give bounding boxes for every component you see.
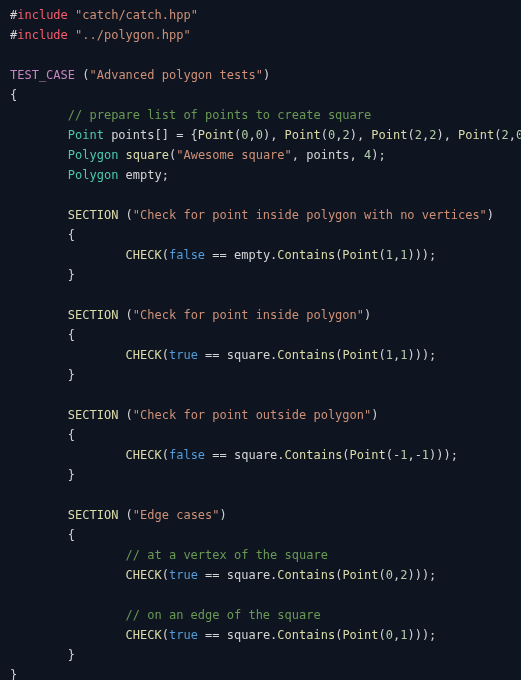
number: 0 (386, 628, 393, 642)
include-path: "catch/catch.hpp" (68, 8, 198, 22)
punct: ); (371, 148, 385, 162)
brace-close: } (10, 668, 17, 680)
punct: ))); (407, 628, 436, 642)
brace-open: { (10, 428, 75, 442)
method-contains: Contains (277, 248, 335, 262)
code-text: empty; (118, 168, 169, 182)
punct: ( (118, 208, 132, 222)
punct: ( (162, 248, 169, 262)
code-text: == square. (198, 568, 277, 582)
indent (10, 628, 126, 642)
punct: , points, (292, 148, 364, 162)
punct: ), (350, 128, 372, 142)
code-text: == empty. (205, 248, 277, 262)
code-text: == square. (198, 348, 277, 362)
include-keyword: include (17, 8, 68, 22)
number: 0 (256, 128, 263, 142)
testcase-macro: TEST_CASE (10, 68, 75, 82)
punct: ) (263, 68, 270, 82)
punct: ( (118, 508, 132, 522)
space (118, 148, 125, 162)
indent (10, 408, 68, 422)
check-macro: CHECK (126, 448, 162, 462)
check-macro: CHECK (126, 568, 162, 582)
punct: ( (162, 568, 169, 582)
type-point: Point (68, 128, 104, 142)
punct: ), (436, 128, 458, 142)
punct: ( (342, 448, 349, 462)
number: 1 (386, 348, 393, 362)
ctor-point: Point (342, 628, 378, 642)
punct: ( (118, 308, 132, 322)
punct: ( (379, 348, 386, 362)
punct: ), (263, 128, 285, 142)
ctor-point: Point (198, 128, 234, 142)
type-polygon: Polygon (68, 148, 119, 162)
punct: , (248, 128, 255, 142)
section-macro: SECTION (68, 308, 119, 322)
punct: (- (386, 448, 400, 462)
punct: ) (220, 508, 227, 522)
code-text: == square. (205, 448, 284, 462)
number: 1 (386, 248, 393, 262)
indent (10, 128, 68, 142)
punct: ( (118, 408, 132, 422)
punct: ( (378, 248, 385, 262)
check-macro: CHECK (126, 348, 162, 362)
indent (10, 148, 68, 162)
punct: ( (407, 128, 414, 142)
punct: ))); (407, 568, 436, 582)
brace-close: } (10, 468, 75, 482)
indent (10, 308, 68, 322)
punct: ( (321, 128, 328, 142)
type-polygon: Polygon (68, 168, 119, 182)
check-macro: CHECK (126, 248, 162, 262)
include-keyword: include (17, 28, 68, 42)
indent (10, 248, 126, 262)
section-macro: SECTION (68, 208, 119, 222)
bool-literal: true (169, 628, 198, 642)
section-name: "Check for point inside polygon with no … (133, 208, 487, 222)
number: 2 (342, 128, 349, 142)
punct: ( (379, 628, 386, 642)
number: 0 (386, 568, 393, 582)
indent (10, 168, 68, 182)
punct: ,- (407, 448, 421, 462)
indent (10, 568, 126, 582)
comment: // prepare list of points to create squa… (10, 108, 371, 122)
number: 2 (415, 128, 422, 142)
number: 1 (422, 448, 429, 462)
method-contains: Contains (277, 568, 335, 582)
punct: ) (371, 408, 378, 422)
punct: ( (379, 568, 386, 582)
brace-close: } (10, 368, 75, 382)
ctor-point: Point (342, 248, 378, 262)
punct: ( (75, 68, 89, 82)
method-contains: Contains (277, 348, 335, 362)
punct: ( (162, 448, 169, 462)
punct: ))); (429, 448, 458, 462)
code-block: #include "catch/catch.hpp" #include "../… (0, 0, 521, 680)
indent (10, 348, 126, 362)
include-path: "../polygon.hpp" (68, 28, 191, 42)
brace-close: } (10, 648, 75, 662)
punct: ))); (407, 348, 436, 362)
section-name: "Check for point inside polygon" (133, 308, 364, 322)
method-contains: Contains (285, 448, 343, 462)
var-square: square (126, 148, 169, 162)
code-text: points[] = { (104, 128, 198, 142)
ctor-point: Point (342, 568, 378, 582)
comment: // on an edge of the square (10, 608, 321, 622)
punct: ) (364, 308, 371, 322)
punct: ) (487, 208, 494, 222)
section-name: "Edge cases" (133, 508, 220, 522)
punct: , (509, 128, 516, 142)
number: 2 (501, 128, 508, 142)
ctor-point: Point (342, 348, 378, 362)
method-contains: Contains (277, 628, 335, 642)
ctor-point: Point (350, 448, 386, 462)
punct: ( (162, 348, 169, 362)
comment: // at a vertex of the square (10, 548, 328, 562)
string-literal: "Awesome square" (176, 148, 292, 162)
indent (10, 448, 126, 462)
